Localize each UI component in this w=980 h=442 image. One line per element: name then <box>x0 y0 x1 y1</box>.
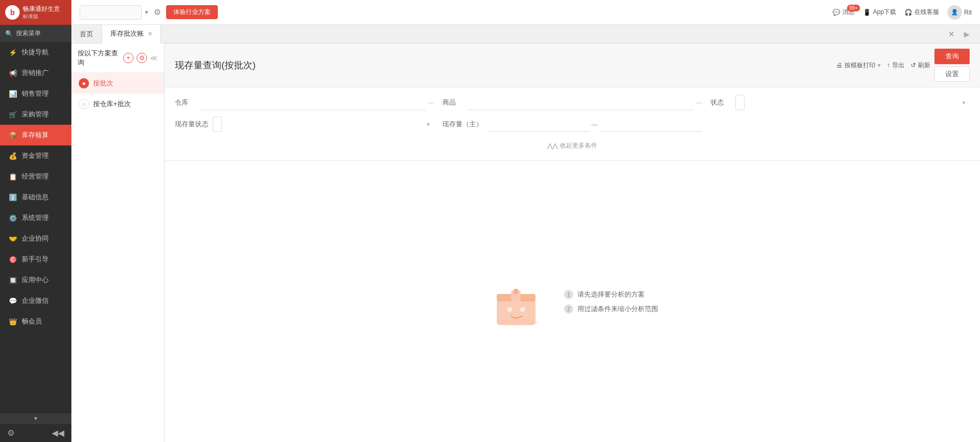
nav-icon-4: 📦 <box>8 130 18 140</box>
empty-state: 1 请先选择要分析的方案 2 用过滤条件来缩小分析范围 <box>165 161 980 442</box>
export-icon: ↑ <box>887 62 890 69</box>
sidebar-item-6[interactable]: 📋经营管理 <box>0 166 71 187</box>
empty-tip-1: 1 请先选择要分析的方案 <box>564 290 658 299</box>
scheme-item-warehouse-batch[interactable]: ○ 按仓库+批次 <box>71 94 164 114</box>
collapse-label: 收起更多条件 <box>560 141 597 150</box>
sidebar-search[interactable]: 🔍 搜索菜单 <box>0 25 71 42</box>
stock-status-select-wrap <box>213 116 434 132</box>
headset-icon: 🎧 <box>904 9 912 16</box>
sidebar-footer: ⚙ ◀◀ <box>0 423 71 442</box>
query-btn[interactable]: 查询 <box>934 49 970 64</box>
sidebar-item-1[interactable]: 📢营销推广 <box>0 63 71 83</box>
print-btn[interactable]: 🖨 按模板打印 ▾ <box>836 61 881 70</box>
sidebar-item-8[interactable]: ⚙️系统管理 <box>0 208 71 228</box>
messages-badge: 99+ <box>847 5 860 11</box>
experience-btn[interactable]: 体验行业方案 <box>166 5 218 19</box>
app-logo: b <box>5 5 20 20</box>
scheme-item-batch[interactable]: ● 按批次 <box>71 73 164 94</box>
brand-name: 畅康通好生意 <box>23 5 60 13</box>
page-title: 现存量查询(按批次) <box>175 59 256 71</box>
scheme-icon-active: ● <box>79 78 89 89</box>
tip-1-text: 请先选择要分析的方案 <box>577 290 645 299</box>
online-service-item[interactable]: 🎧 在线客服 <box>904 8 939 17</box>
sidebar-item-5[interactable]: 💰资金管理 <box>0 145 71 166</box>
sidebar-item-3[interactable]: 🛒采购管理 <box>0 104 71 125</box>
sidebar-item-12[interactable]: 💬企业微信 <box>0 290 71 311</box>
refresh-btn[interactable]: ↺ 刷新 <box>911 61 930 70</box>
nav-icon-13: 👑 <box>8 317 18 326</box>
sidebar: b 畅康通好生意 标准版 🔍 搜索菜单 ⚡快捷导航📢营销推广📊销售管理🛒采购管理… <box>0 0 71 442</box>
tip-num-2: 2 <box>564 304 573 314</box>
filter-field-warehouse: 仓库 ··· <box>175 95 434 110</box>
stock-status-select[interactable] <box>213 116 222 132</box>
scheme-label-warehouse-batch: 按仓库+批次 <box>93 99 131 109</box>
manage-scheme-icon[interactable]: ⚙ <box>137 53 147 63</box>
filter-dash: — <box>589 121 600 128</box>
product-more-icon[interactable]: ··· <box>696 98 702 107</box>
nav-icon-0: ⚡ <box>8 48 18 57</box>
topbar-left: ▾ ⚙ 体验行业方案 <box>80 5 218 20</box>
messages-item[interactable]: 💬 消息 99+ <box>833 8 855 17</box>
product-input[interactable] <box>467 95 694 110</box>
page-actions-left: 🖨 按模板打印 ▾ ↑ 导出 ↺ 刷新 <box>836 61 930 70</box>
tab-close-icon[interactable]: × <box>148 30 152 38</box>
sidebar-item-2[interactable]: 📊销售管理 <box>0 83 71 104</box>
collapse-conditions-btn[interactable]: ⋀⋀ 收起更多条件 <box>175 138 970 153</box>
nav-label-2: 销售管理 <box>22 89 49 98</box>
svg-rect-1 <box>497 299 536 325</box>
tip-num-1: 1 <box>564 290 573 299</box>
topbar-right: 💬 消息 99+ 📱 App下载 🎧 在线客服 👤 Rit <box>833 5 972 20</box>
collapse-icon[interactable]: ◀◀ <box>52 428 64 438</box>
tabbar: 首页 库存批次账 × × ▶ <box>71 25 980 43</box>
settings-icon[interactable]: ⚙ <box>7 428 14 438</box>
topbar-settings-icon[interactable]: ⚙ <box>154 7 161 17</box>
nav-icon-3: 🛒 <box>8 110 18 119</box>
print-dropdown-icon: ▾ <box>878 62 881 69</box>
tab-home[interactable]: 首页 <box>71 25 102 43</box>
warehouse-more-icon[interactable]: ··· <box>428 98 435 107</box>
sidebar-item-11[interactable]: 🔲应用中心 <box>0 270 71 290</box>
status-select[interactable] <box>735 95 745 110</box>
left-panel: 按以下方案查询 + ⚙ ≪ ● 按批次 ○ 按仓库+批次 <box>71 43 165 442</box>
left-panel-title: 按以下方案查询 <box>78 49 123 67</box>
warehouse-input[interactable] <box>200 95 426 110</box>
sidebar-item-7[interactable]: ℹ️基础信息 <box>0 187 71 208</box>
topbar-search-input[interactable] <box>80 5 142 20</box>
filter-field-stock-status: 现存量状态 <box>175 116 434 132</box>
sidebar-scroll-down[interactable]: ▼ <box>0 414 71 423</box>
print-label: 按模板打印 <box>844 61 875 70</box>
tab-home-label: 首页 <box>80 30 93 39</box>
sidebar-item-13[interactable]: 👑畅会员 <box>0 311 71 332</box>
export-label: 导出 <box>892 61 904 70</box>
sidebar-item-10[interactable]: 🎯新手引导 <box>0 249 71 270</box>
tab-inventory[interactable]: 库存批次账 × <box>102 25 161 43</box>
main-area: ▾ ⚙ 体验行业方案 💬 消息 99+ 📱 App下载 🎧 在线客服 👤 <box>71 0 980 442</box>
sidebar-item-9[interactable]: 🤝企业协同 <box>0 228 71 249</box>
add-scheme-icon[interactable]: + <box>123 53 133 63</box>
export-btn[interactable]: ↑ 导出 <box>887 61 904 70</box>
content-area: 按以下方案查询 + ⚙ ≪ ● 按批次 ○ 按仓库+批次 现存量查询(按批次) <box>71 43 980 442</box>
message-icon: 💬 <box>833 9 840 16</box>
nav-icon-10: 🎯 <box>8 255 18 264</box>
tab-area-expand-icon[interactable]: ▶ <box>964 30 970 38</box>
svg-rect-4 <box>514 289 518 294</box>
settings-btn[interactable]: 设置 <box>934 66 970 82</box>
nav-label-5: 资金管理 <box>22 151 49 160</box>
refresh-icon: ↺ <box>911 62 916 69</box>
stock-amount-max-input[interactable] <box>600 116 702 132</box>
nav-label-0: 快捷导航 <box>22 48 49 57</box>
scheme-icon-inactive: ○ <box>79 99 89 109</box>
collapse-left-icon[interactable]: ≪ <box>150 54 158 62</box>
stock-amount-min-input[interactable] <box>487 116 589 132</box>
stock-status-label: 现存量状态 <box>175 120 209 129</box>
status-label: 状态 <box>710 98 731 107</box>
topbar-dropdown-icon[interactable]: ▾ <box>145 8 149 16</box>
sidebar-item-0[interactable]: ⚡快捷导航 <box>0 42 71 63</box>
user-item[interactable]: 👤 Rit <box>947 5 972 20</box>
tab-area-close-icon[interactable]: × <box>948 29 954 40</box>
nav-icon-8: ⚙️ <box>8 213 18 223</box>
nav-label-10: 新手引导 <box>22 255 49 264</box>
app-download-item[interactable]: 📱 App下载 <box>863 8 896 17</box>
sidebar-item-4[interactable]: 📦库存核算 <box>0 125 71 145</box>
nav-icon-12: 💬 <box>8 296 18 305</box>
